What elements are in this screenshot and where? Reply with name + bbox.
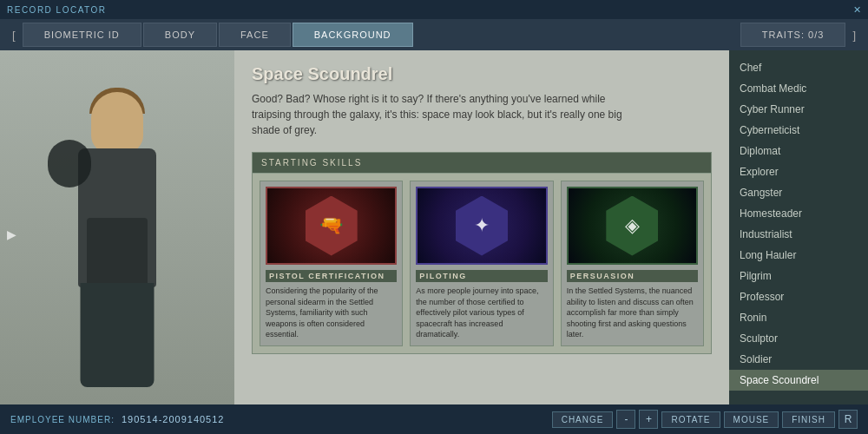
employee-number: 190514-2009140512: [122, 414, 225, 424]
finish-key-icon[interactable]: R: [838, 410, 858, 429]
bottom-buttons: CHANGE - + ROTATE MOUSE FINISH R: [552, 410, 858, 429]
piloting-icon: ✦: [474, 214, 490, 237]
employee-label: EMPLOYEE NUMBER:: [10, 415, 115, 424]
sidebar-item-industrialist[interactable]: Industrialist: [729, 224, 868, 245]
cursor-arrow-icon: ▶: [7, 227, 16, 241]
skill-desc-pistol: Considering the popularity of the person…: [266, 286, 397, 340]
right-bracket-icon[interactable]: ]: [847, 25, 861, 45]
sidebar-item-gangster[interactable]: Gangster: [729, 182, 868, 203]
top-bar: RECORD LOCATOR ✕: [0, 0, 868, 19]
skill-name-pistol: PISTOL CERTIFICATION: [266, 270, 397, 282]
sidebar-item-long-hauler[interactable]: Long Hauler: [729, 245, 868, 266]
pistol-icon: 🔫: [319, 214, 343, 237]
sidebar-item-soldier[interactable]: Soldier: [729, 349, 868, 370]
minus-button[interactable]: -: [616, 410, 635, 429]
plus-button[interactable]: +: [639, 410, 658, 429]
character-body: [56, 92, 178, 404]
character-head: [91, 92, 143, 153]
skill-name-piloting: PILOTING: [416, 270, 547, 282]
nav-tabs: [ BIOMETRIC ID BODY FACE BACKGROUND TRAI…: [0, 19, 868, 50]
skills-header: STARTING SKILLS: [253, 153, 711, 174]
center-panel: Space Scoundrel Good? Bad? Whose right i…: [234, 50, 729, 404]
skill-card-persuasion: ◈ PERSUASION In the Settled Systems, the…: [561, 181, 704, 346]
mouse-button[interactable]: MOUSE: [724, 411, 779, 428]
background-description: Good? Bad? Whose right is it to say? If …: [252, 91, 634, 138]
record-locator-label: RECORD LOCATOR: [7, 5, 107, 15]
change-button[interactable]: CHANGE: [552, 411, 614, 428]
main-content: ▶ Space Scoundrel Good? Bad? Whose right…: [0, 50, 868, 404]
sidebar-item-ronin[interactable]: Ronin: [729, 307, 868, 328]
starting-skills-section: STARTING SKILLS 🔫 PISTOL CERTIFICATION C…: [252, 152, 712, 354]
sidebar-item-explorer[interactable]: Explorer: [729, 161, 868, 182]
skill-icon-persuasion-box: ◈: [567, 187, 698, 265]
sidebar-item-sculptor[interactable]: Sculptor: [729, 328, 868, 349]
skill-card-piloting: ✦ PILOTING As more people journey into s…: [410, 181, 553, 346]
right-sidebar: ChefCombat MedicCyber RunnerCyberneticis…: [729, 50, 868, 404]
skills-grid: 🔫 PISTOL CERTIFICATION Considering the p…: [260, 181, 704, 346]
skill-card-pistol: 🔫 PISTOL CERTIFICATION Considering the p…: [260, 181, 403, 346]
character-legs: [81, 283, 155, 387]
sidebar-item-professor[interactable]: Professor: [729, 286, 868, 307]
skill-desc-persuasion: In the Settled Systems, the nuanced abil…: [567, 286, 698, 340]
close-icon[interactable]: ✕: [853, 4, 861, 16]
finish-button[interactable]: FINISH: [782, 411, 835, 428]
sidebar-item-combat-medic[interactable]: Combat Medic: [729, 78, 868, 99]
background-title: Space Scoundrel: [252, 64, 712, 84]
skill-icon-pistol-box: 🔫: [266, 187, 397, 265]
bottom-bar: EMPLOYEE NUMBER: 190514-2009140512 CHANG…: [0, 404, 868, 434]
rotate-button[interactable]: ROTATE: [661, 411, 720, 428]
left-bracket-icon[interactable]: [: [7, 25, 21, 45]
sidebar-item-cyberneticist[interactable]: Cyberneticist: [729, 120, 868, 141]
sidebar-item-pilgrim[interactable]: Pilgrim: [729, 266, 868, 286]
skill-desc-piloting: As more people journey into space, the n…: [416, 286, 547, 340]
sidebar-item-cyber-runner[interactable]: Cyber Runner: [729, 99, 868, 120]
tab-body[interactable]: BODY: [143, 23, 217, 47]
character-panel: ▶: [0, 50, 234, 404]
tab-background[interactable]: BACKGROUND: [293, 23, 413, 47]
skill-name-persuasion: PERSUASION: [567, 270, 698, 282]
tab-biometric-id[interactable]: BIOMETRIC ID: [23, 23, 141, 47]
sidebar-item-chef[interactable]: Chef: [729, 57, 868, 78]
sidebar-item-space-scoundrel[interactable]: Space Scoundrel: [729, 370, 868, 391]
character-helmet: [48, 140, 91, 187]
sidebar-item-diplomat[interactable]: Diplomat: [729, 141, 868, 161]
tab-face[interactable]: FACE: [219, 23, 291, 47]
tab-traits[interactable]: TRAITS: 0/3: [740, 23, 846, 47]
skill-icon-piloting-box: ✦: [416, 187, 547, 265]
character-figure: [22, 66, 213, 404]
persuasion-icon: ◈: [625, 214, 640, 237]
sidebar-item-homesteader[interactable]: Homesteader: [729, 203, 868, 224]
